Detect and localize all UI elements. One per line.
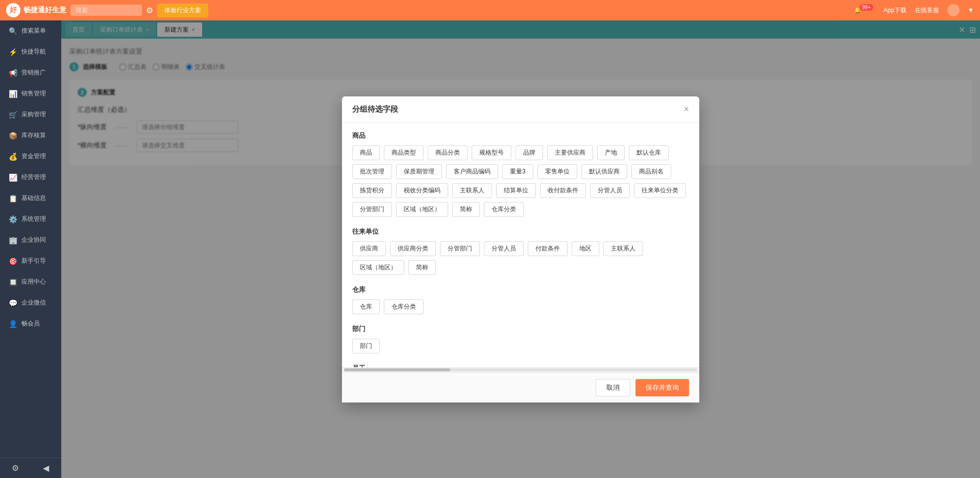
field-tags-product: 商品商品类型商品分类规格型号品牌主要供应商产地默认仓库批次管理保质期管理客户商品…: [352, 145, 689, 217]
sidebar-item-sales[interactable]: 📊销售管理: [0, 83, 61, 104]
field-tag-默认供应商[interactable]: 默认供应商: [581, 164, 627, 179]
top-bar-right: 🔔99+ App下载 在线客服 ▼: [854, 4, 974, 16]
field-tag-主要供应商[interactable]: 主要供应商: [547, 145, 593, 160]
modal-hscroll[interactable]: [342, 367, 699, 372]
sidebar-item-quick-nav[interactable]: ⚡快捷导航: [0, 41, 61, 62]
modal-footer: 取消 保存并查询: [342, 372, 699, 402]
system-icon: ⚙️: [8, 215, 17, 223]
modal-save-query-btn[interactable]: 保存并查询: [635, 379, 689, 396]
field-tag-商品类型[interactable]: 商品类型: [384, 145, 424, 160]
field-tag-供应商分类[interactable]: 供应商分类: [390, 241, 436, 256]
hscroll-track[interactable]: [344, 368, 697, 371]
field-tag-简称[interactable]: 简称: [408, 260, 436, 275]
sidebar-label-enterprise: 企业协同: [21, 236, 46, 244]
logo: 好 畅捷通好生意: [6, 3, 66, 17]
field-tag-往来单位分类[interactable]: 往来单位分类: [634, 183, 686, 198]
sidebar-label-basic-info: 基础信息: [21, 194, 46, 203]
sidebar-item-inventory[interactable]: 📦库存核算: [0, 125, 61, 146]
field-tag-产地[interactable]: 产地: [597, 145, 625, 160]
field-tag-税收分类编码[interactable]: 税收分类编码: [396, 183, 448, 198]
sidebar-label-search-menu: 搜索菜单: [21, 27, 46, 35]
field-tag-规格型号[interactable]: 规格型号: [472, 145, 511, 160]
sidebar-item-finance[interactable]: 💰资金管理: [0, 146, 61, 167]
modal-cancel-btn[interactable]: 取消: [596, 379, 630, 396]
settings-icon[interactable]: ⚙: [146, 6, 153, 15]
sidebar-item-enterprise-wechat[interactable]: 💬企业微信: [0, 292, 61, 313]
field-tag-付款条件[interactable]: 付款条件: [528, 241, 568, 256]
sidebar-item-purchase[interactable]: 🛒采购管理: [0, 104, 61, 125]
field-tag-区域（地区）[interactable]: 区域（地区）: [352, 260, 404, 275]
online-support[interactable]: 在线客服: [915, 6, 939, 15]
sidebar-label-marketing: 营销推广: [21, 68, 46, 77]
field-group-title-partner: 往来单位: [352, 227, 689, 236]
field-group-title-product: 商品: [352, 131, 689, 140]
modal-close-btn[interactable]: ×: [683, 105, 689, 114]
field-tag-重量3[interactable]: 重量3: [502, 164, 533, 179]
inventory-icon: 📦: [8, 132, 17, 140]
sidebar-label-app-center: 应用中心: [21, 278, 46, 286]
field-tag-品牌[interactable]: 品牌: [516, 145, 543, 160]
field-tag-部门[interactable]: 部门: [352, 339, 380, 354]
modal-overlay: 分组待选字段 × 商品商品商品类型商品分类规格型号品牌主要供应商产地默认仓库批次…: [61, 20, 980, 478]
field-tag-地区[interactable]: 地区: [572, 241, 599, 256]
field-tag-商品别名[interactable]: 商品别名: [631, 164, 671, 179]
field-tag-结算单位[interactable]: 结算单位: [496, 183, 536, 198]
sidebar-label-sales: 销售管理: [21, 89, 46, 98]
field-tag-收付款条件[interactable]: 收付款条件: [540, 183, 586, 198]
field-tag-主联系人[interactable]: 主联系人: [603, 241, 643, 256]
field-tag-分管部门[interactable]: 分管部门: [440, 241, 480, 256]
field-tag-仓库[interactable]: 仓库: [352, 299, 380, 314]
field-tag-分管人员[interactable]: 分管人员: [590, 183, 630, 198]
user-avatar[interactable]: [947, 4, 960, 16]
quick-nav-icon: ⚡: [8, 48, 17, 56]
sidebar-item-basic-info[interactable]: 📋基础信息: [0, 188, 61, 209]
field-tag-分管人员[interactable]: 分管人员: [484, 241, 524, 256]
field-tag-拣货积分[interactable]: 拣货积分: [352, 183, 392, 198]
sidebar-label-finance: 资金管理: [21, 152, 46, 161]
sidebar-item-search-menu[interactable]: 🔍搜索菜单: [0, 20, 61, 41]
top-search-input[interactable]: [70, 5, 142, 16]
top-bar: 好 畅捷通好生意 ⚙ 体验行业方案 🔔99+ App下载 在线客服 ▼: [0, 0, 980, 20]
search-menu-icon: 🔍: [8, 27, 17, 35]
field-group-employee: 员工业务员: [352, 364, 689, 368]
logo-icon: 好: [6, 3, 20, 17]
sidebar-item-enterprise[interactable]: 🏢企业协同: [0, 230, 61, 250]
field-tag-客户商品编码[interactable]: 客户商品编码: [446, 164, 498, 179]
field-tag-供应商[interactable]: 供应商: [352, 241, 386, 256]
field-tag-默认仓库[interactable]: 默认仓库: [629, 145, 669, 160]
modal-body[interactable]: 商品商品商品类型商品分类规格型号品牌主要供应商产地默认仓库批次管理保质期管理客户…: [342, 123, 699, 368]
sidebar-label-guide: 新手引导: [21, 257, 46, 265]
sidebar-item-member[interactable]: 👤畅会员: [0, 313, 61, 334]
sidebar-item-operations[interactable]: 📈经营管理: [0, 167, 61, 188]
sidebar-item-marketing[interactable]: 📢营销推广: [0, 62, 61, 83]
field-tag-商品[interactable]: 商品: [352, 145, 380, 160]
sidebar-collapse-btn[interactable]: ◀: [31, 458, 61, 478]
purchase-icon: 🛒: [8, 111, 17, 119]
field-tag-仓库分类[interactable]: 仓库分类: [484, 202, 524, 217]
field-group-product: 商品商品商品类型商品分类规格型号品牌主要供应商产地默认仓库批次管理保质期管理客户…: [352, 131, 689, 217]
field-tag-保质期管理[interactable]: 保质期管理: [396, 164, 442, 179]
app-download[interactable]: App下载: [884, 6, 906, 15]
sidebar-item-guide[interactable]: 🎯新手引导: [0, 250, 61, 271]
sidebar-label-member: 畅会员: [21, 319, 40, 328]
notification-area[interactable]: 🔔99+: [854, 7, 875, 14]
sidebar-item-system[interactable]: ⚙️系统管理: [0, 209, 61, 230]
field-tag-商品分类[interactable]: 商品分类: [428, 145, 468, 160]
field-tag-主联系人[interactable]: 主联系人: [452, 183, 492, 198]
field-group-department: 部门部门: [352, 324, 689, 354]
hscroll-thumb: [344, 368, 450, 371]
modal: 分组待选字段 × 商品商品商品类型商品分类规格型号品牌主要供应商产地默认仓库批次…: [342, 96, 699, 402]
field-tag-分管部门[interactable]: 分管部门: [352, 202, 392, 217]
field-tag-区域（地区）[interactable]: 区域（地区）: [396, 202, 448, 217]
field-tag-零售单位[interactable]: 零售单位: [537, 164, 577, 179]
sidebar-item-app-center[interactable]: 🔲应用中心: [0, 271, 61, 292]
sidebar-settings-btn[interactable]: ⚙: [0, 458, 31, 478]
field-tag-批次管理[interactable]: 批次管理: [352, 164, 392, 179]
user-name[interactable]: ▼: [968, 7, 974, 14]
top-bar-left: 好 畅捷通好生意 ⚙ 体验行业方案: [6, 3, 208, 17]
sales-icon: 📊: [8, 90, 17, 98]
field-group-title-warehouse: 仓库: [352, 285, 689, 294]
trial-btn[interactable]: 体验行业方案: [157, 4, 208, 17]
field-tag-简称[interactable]: 简称: [452, 202, 480, 217]
field-tag-仓库分类[interactable]: 仓库分类: [384, 299, 424, 314]
